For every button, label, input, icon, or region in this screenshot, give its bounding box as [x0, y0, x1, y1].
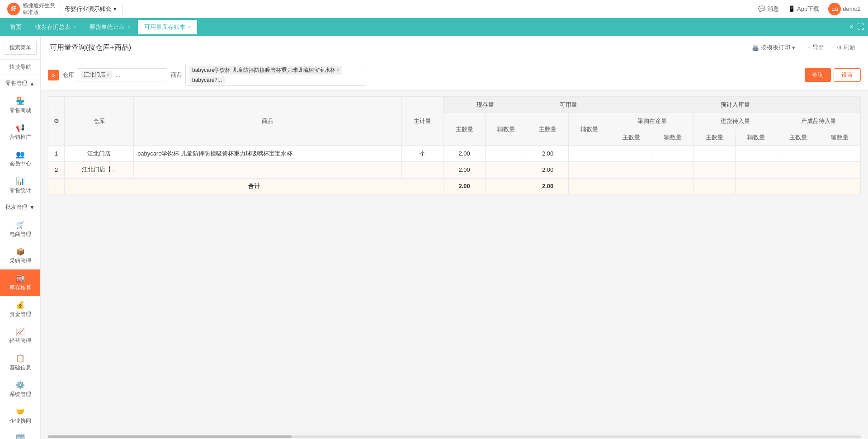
th-stock-main: 主数量	[443, 113, 485, 146]
footer-stock-aux	[485, 178, 527, 194]
sidebar: 搜索菜单 快捷导航 零售管理 ▲ 🏪 零售商城 📢 营销推广 👥 会员中心 📊 …	[0, 36, 41, 439]
th-product: 商品	[133, 97, 401, 146]
cell-index: 1	[48, 146, 65, 162]
th-purchase-transit: 采购在途量	[610, 113, 694, 129]
warehouse-input[interactable]: 江北门店 × ...	[77, 68, 167, 81]
nav-tabs: 首页 收发存汇总表 × 要货单统计表 × 可用量库存账本 × × ⛶	[0, 18, 868, 36]
settings-button[interactable]: 设置	[834, 68, 861, 82]
logo-icon: 好	[7, 3, 20, 15]
industry-selector[interactable]: 母婴行业演示账套 ▾	[60, 3, 123, 15]
content-area: 可用量查询(按仓库+商品) 🖨️ 按模板打印 ▾ ↑ 导出 ↺ 刷新 »	[41, 36, 868, 439]
th-warehouse: 仓库	[65, 97, 134, 146]
more-options[interactable]: ...	[114, 72, 122, 78]
download-icon: 📱	[788, 5, 795, 12]
quick-nav-button[interactable]: 快捷导航	[0, 60, 40, 75]
footer-purchase-main	[610, 178, 652, 194]
th-product-pending: 产成品待入量	[777, 113, 861, 129]
sidebar-item-retail-stats[interactable]: 📊 零售统计	[0, 172, 40, 199]
cell-index: 2	[48, 162, 65, 178]
sidebar-item-ecommerce[interactable]: 🛒 电商管理	[0, 216, 40, 243]
product-label: 商品	[171, 71, 183, 79]
th-incoming-pending: 进货待入量	[693, 113, 777, 129]
sidebar-item-purchase[interactable]: 📦 采购管理	[0, 243, 40, 269]
cell-product-main	[777, 162, 819, 178]
sidebar-item-finance[interactable]: 💰 资金管理	[0, 296, 40, 323]
data-table: ⚙ 仓库 商品 主计量 现存量 可用量 预计入库量 主数量 辅数量 主数量 辅数…	[48, 96, 861, 194]
footer-purchase-aux	[652, 178, 693, 194]
expand-button[interactable]: »	[48, 70, 59, 80]
close-all-button[interactable]: ×	[849, 23, 854, 31]
product-input[interactable]: babycare学饮杯 儿童防摔防撞吸管杯重力球吸嘴杯宝宝水杯 × babyca…	[185, 64, 366, 86]
table-settings-icon[interactable]: ⚙	[48, 97, 65, 146]
tab-keyongliang[interactable]: 可用量库存账本 ×	[138, 20, 197, 34]
footer-avail-aux	[569, 178, 610, 194]
page-title: 可用量查询(按仓库+商品)	[50, 43, 131, 52]
close-icon[interactable]: ×	[188, 24, 191, 30]
sidebar-item-basic[interactable]: 📋 基础信息	[0, 349, 40, 376]
horizontal-scrollbar[interactable]	[41, 434, 868, 439]
basic-icon: 📋	[16, 354, 25, 363]
sidebar-item-enterprise[interactable]: 🤝 企业协同	[0, 403, 40, 430]
sidebar-item-wholesale[interactable]: 批发管理 ▼	[0, 199, 40, 216]
sidebar-item-system[interactable]: ⚙️ 系统管理	[0, 376, 40, 403]
cell-product-aux	[819, 162, 860, 178]
cell-product-main	[777, 146, 819, 162]
cell-avail-aux	[569, 146, 610, 162]
export-icon: ↑	[808, 44, 811, 51]
message-button[interactable]: 💬 消息	[758, 5, 779, 13]
sidebar-item-inventory[interactable]: 🏭 库存核算	[0, 269, 40, 296]
tab-shoufa[interactable]: 收发存汇总表 ×	[29, 20, 82, 34]
footer-empty	[48, 178, 65, 194]
th-purchase-aux: 辅数量	[652, 129, 693, 146]
footer-incoming-aux	[736, 178, 777, 194]
app-download-button[interactable]: 📱 App下载	[788, 5, 819, 13]
th-avail-main: 主数量	[527, 113, 568, 146]
sidebar-item-newguide[interactable]: 🆕 新手引导	[0, 430, 40, 439]
table-area: ⚙ 仓库 商品 主计量 现存量 可用量 预计入库量 主数量 辅数量 主数量 辅数…	[41, 91, 868, 434]
cell-unit	[402, 162, 443, 178]
query-button[interactable]: 查询	[805, 68, 831, 82]
sidebar-item-member[interactable]: 👥 会员中心	[0, 146, 40, 172]
main-layout: 搜索菜单 快捷导航 零售管理 ▲ 🏪 零售商城 📢 营销推广 👥 会员中心 📊 …	[0, 36, 868, 439]
th-avail-aux: 辅数量	[569, 113, 610, 146]
purchase-icon: 📦	[16, 247, 25, 256]
sidebar-item-operation[interactable]: 📈 经营管理	[0, 323, 40, 349]
chevron-down-icon: ▾	[113, 5, 117, 12]
sidebar-item-marketing[interactable]: 📢 营销推广	[0, 119, 40, 146]
close-icon[interactable]: ×	[127, 24, 130, 30]
sidebar-item-retail-mall[interactable]: 🏪 零售商城	[0, 92, 40, 119]
cell-purchase-aux	[652, 162, 693, 178]
finance-icon: 💰	[16, 301, 25, 309]
search-menu-button[interactable]: 搜索菜单	[4, 41, 37, 55]
logo-area: 好 畅捷通好生意 标准版	[7, 2, 55, 15]
warehouse-label: 仓库	[62, 71, 74, 79]
warehouse-tag-jiangbei: 江北门店 ×	[81, 71, 112, 79]
product-tag-babycare: babycare学饮杯 儿童防摔防撞吸管杯重力球吸嘴杯宝宝水杯 ×	[189, 66, 342, 75]
tag-close-icon[interactable]: ×	[107, 72, 109, 77]
footer-stock-main: 2.00	[443, 178, 485, 194]
export-button[interactable]: ↑ 导出	[804, 42, 828, 53]
footer-product-main	[777, 178, 819, 194]
close-icon[interactable]: ×	[73, 24, 76, 30]
refresh-button[interactable]: ↺ 刷新	[833, 42, 859, 53]
system-icon: ⚙️	[16, 381, 25, 389]
th-purchase-main: 主数量	[610, 129, 652, 146]
fullscreen-button[interactable]: ⛶	[857, 23, 864, 31]
arrow-icon: ▲	[29, 80, 35, 87]
guide-icon: 🆕	[16, 434, 25, 439]
cell-stock-aux	[485, 146, 527, 162]
user-menu[interactable]: Ea demo2	[828, 3, 861, 15]
inventory-icon: 🏭	[16, 274, 25, 283]
scrollbar-thumb[interactable]	[48, 435, 292, 438]
cell-incoming-main	[693, 146, 735, 162]
cell-purchase-main	[610, 146, 652, 162]
tab-home[interactable]: 首页	[4, 20, 28, 34]
tab-yaohuo[interactable]: 要货单统计表 ×	[83, 20, 137, 34]
th-incoming-aux: 辅数量	[736, 129, 777, 146]
top-bar-left: 好 畅捷通好生意 标准版 母婴行业演示账套 ▾	[7, 2, 123, 15]
sidebar-item-zero-retail[interactable]: 零售管理 ▲	[0, 75, 40, 92]
print-template-button[interactable]: 🖨️ 按模板打印 ▾	[748, 42, 799, 53]
scrollbar-track	[48, 435, 861, 438]
tag-close-icon[interactable]: ×	[337, 68, 340, 73]
cell-warehouse: 江北门店	[65, 146, 134, 162]
